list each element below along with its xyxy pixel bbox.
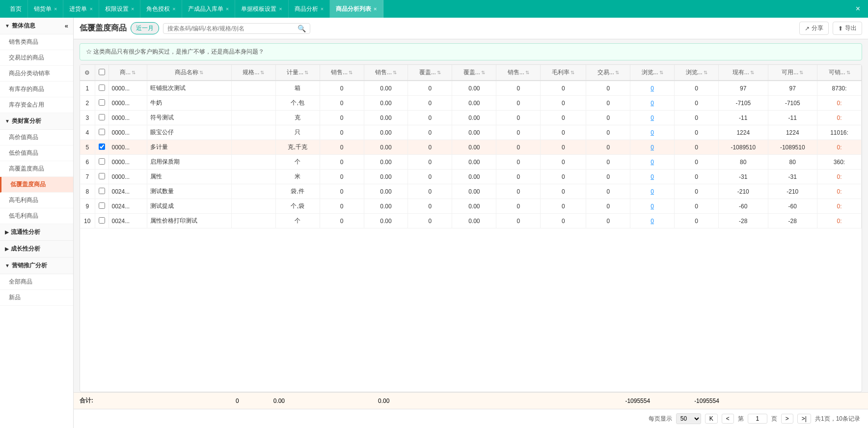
sidebar-item-high-value[interactable]: 高价值商品 <box>0 130 73 145</box>
row-select-checkbox[interactable] <box>99 202 105 209</box>
row-browse1[interactable]: 0 <box>630 81 675 96</box>
row-browse1[interactable]: 0 <box>630 140 675 155</box>
sidebar-item-high-margin[interactable]: 高毛利商品 <box>0 193 73 208</box>
nav-templates-close[interactable]: × <box>279 6 282 12</box>
sidebar-item-high-coverage[interactable]: 高覆盖度商品 <box>0 161 73 177</box>
share-button[interactable]: ↗ 分享 <box>799 22 829 35</box>
nav-templates[interactable]: 单据模板设置 × <box>235 0 288 18</box>
col-name[interactable]: 商品名称⇅ <box>147 65 231 81</box>
row-select-checkbox[interactable] <box>99 188 105 194</box>
row-select-checkbox[interactable] <box>99 158 105 165</box>
sidebar-item-low-coverage[interactable]: 低覆盖度商品 <box>0 177 73 193</box>
row-select-checkbox[interactable] <box>99 99 105 106</box>
prev-page-button[interactable]: < <box>722 414 734 424</box>
row-checkbox[interactable] <box>95 125 108 140</box>
row-unit: 袋,件 <box>275 184 320 199</box>
nav-products-close[interactable]: × <box>226 6 229 12</box>
nav-products[interactable]: 产成品入库单 × <box>182 0 235 18</box>
sidebar-item-stock-capital[interactable]: 库存资金占用 <box>0 97 73 113</box>
row-browse1[interactable]: 0 <box>630 184 675 199</box>
row-browse1[interactable]: 0 <box>630 199 675 214</box>
row-select-checkbox[interactable] <box>99 217 105 224</box>
date-filter-button[interactable]: 近一月 <box>131 22 159 34</box>
col-sales2[interactable]: 销售...⇅ <box>364 65 408 81</box>
row-select-checkbox[interactable] <box>99 143 105 150</box>
row-code: 0000... <box>108 111 147 125</box>
collapse-icon[interactable]: « <box>65 22 68 29</box>
col-settings[interactable]: ⚙ <box>80 65 95 81</box>
sidebar-item-new-goods[interactable]: 新品 <box>0 290 73 306</box>
sidebar-item-low-value[interactable]: 低价值商品 <box>0 145 73 161</box>
nav-permissions-close[interactable]: × <box>131 6 134 12</box>
last-page-button[interactable]: >| <box>797 414 811 424</box>
row-browse1[interactable]: 0 <box>630 170 675 184</box>
col-trade[interactable]: 交易...⇅ <box>586 65 630 81</box>
row-checkbox[interactable] <box>95 170 108 184</box>
sidebar-group-wealth[interactable]: ▼ 类财富分析 <box>0 113 73 130</box>
nav-home[interactable]: 首页 <box>4 0 28 18</box>
col-unit[interactable]: 计量...⇅ <box>275 65 320 81</box>
col-browse1[interactable]: 浏览...⇅ <box>630 65 675 81</box>
row-checkbox[interactable] <box>95 214 108 228</box>
sidebar-item-all-goods[interactable]: 全部商品 <box>0 274 73 290</box>
row-unit: 米 <box>275 170 320 184</box>
nav-purchase[interactable]: 进货单 × <box>63 0 99 18</box>
nav-roles-close[interactable]: × <box>172 6 175 12</box>
sidebar-group-marketing[interactable]: ▼ 营销推广分析 <box>0 257 73 274</box>
col-gross-rate[interactable]: 毛利率⇅ <box>541 65 586 81</box>
nav-analysis[interactable]: 商品分析 × <box>289 0 330 18</box>
row-checkbox[interactable] <box>95 155 108 170</box>
col-checkbox[interactable] <box>95 65 108 81</box>
row-browse1[interactable]: 0 <box>630 155 675 170</box>
row-checkbox[interactable] <box>95 81 108 96</box>
page-number-input[interactable] <box>748 414 767 424</box>
row-browse1[interactable]: 0 <box>630 111 675 125</box>
global-close-button[interactable]: × <box>852 4 864 13</box>
nav-sales-close[interactable]: × <box>54 6 57 12</box>
sidebar-group-overall[interactable]: ▼ 整体信息 « <box>0 18 73 34</box>
row-checkbox[interactable] <box>95 111 108 125</box>
next-page-button[interactable]: > <box>781 414 793 424</box>
page-size-select[interactable]: 50 100 200 <box>676 413 701 424</box>
sidebar-item-sales-goods[interactable]: 销售类商品 <box>0 34 73 50</box>
first-page-button[interactable]: K <box>705 414 718 424</box>
sidebar-item-low-margin[interactable]: 低毛利商品 <box>0 208 73 224</box>
col-sales1[interactable]: 销售...⇅ <box>320 65 364 81</box>
row-browse1[interactable]: 0 <box>630 214 675 228</box>
nav-roles[interactable]: 角色授权 × <box>140 0 182 18</box>
row-select-checkbox[interactable] <box>99 129 105 135</box>
col-browse2[interactable]: 浏览...⇅ <box>675 65 719 81</box>
sidebar-group-growth[interactable]: ▶ 成长性分析 <box>0 241 73 257</box>
nav-purchase-close[interactable]: × <box>89 6 92 12</box>
search-input[interactable] <box>167 25 298 32</box>
row-browse1[interactable]: 0 <box>630 96 675 111</box>
col-coverage1[interactable]: 覆盖...⇅ <box>408 65 452 81</box>
nav-analysis-list-close[interactable]: × <box>374 6 377 12</box>
nav-analysis-list[interactable]: 商品分析列表 × <box>330 0 383 18</box>
row-checkbox[interactable] <box>95 140 108 155</box>
row-select-checkbox[interactable] <box>99 173 105 179</box>
row-checkbox[interactable] <box>95 199 108 214</box>
col-sellable[interactable]: 可销...⇅ <box>817 65 862 81</box>
select-all-checkbox[interactable] <box>99 69 105 75</box>
row-checkbox[interactable] <box>95 184 108 199</box>
row-browse1[interactable]: 0 <box>630 125 675 140</box>
sidebar-item-category-rate[interactable]: 商品分类动销率 <box>0 66 73 82</box>
col-current[interactable]: 现有...⇅ <box>719 65 768 81</box>
nav-sales[interactable]: 销货单 × <box>28 0 63 18</box>
col-coverage2[interactable]: 覆盖...⇅ <box>452 65 496 81</box>
row-select-checkbox[interactable] <box>99 85 105 91</box>
col-available[interactable]: 可用...⇅ <box>768 65 817 81</box>
col-code[interactable]: 商...⇅ <box>108 65 147 81</box>
export-button[interactable]: ⬆ 导出 <box>833 22 862 35</box>
col-spec[interactable]: 规格...⇅ <box>231 65 275 81</box>
search-icon[interactable]: 🔍 <box>298 25 306 32</box>
nav-permissions[interactable]: 权限设置 × <box>99 0 140 18</box>
row-select-checkbox[interactable] <box>99 114 105 120</box>
sidebar-item-traded-goods[interactable]: 交易过的商品 <box>0 50 73 66</box>
nav-analysis-close[interactable]: × <box>321 6 324 12</box>
col-sales3[interactable]: 销售...⇅ <box>496 65 541 81</box>
sidebar-item-in-stock[interactable]: 有库存的商品 <box>0 82 73 97</box>
sidebar-group-liquidity[interactable]: ▶ 流通性分析 <box>0 224 73 241</box>
row-checkbox[interactable] <box>95 96 108 111</box>
